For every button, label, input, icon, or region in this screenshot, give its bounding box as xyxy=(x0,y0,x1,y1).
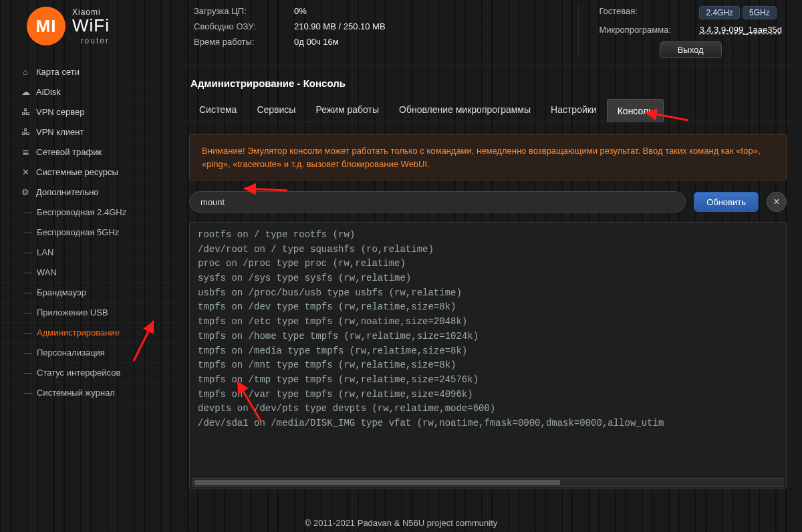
nav-label: AiDisk xyxy=(36,87,61,97)
stat-row: Гостевая:2.4GHz5GHz xyxy=(599,3,782,22)
sidebar-item-5[interactable]: ✕Системные ресурсы xyxy=(0,162,180,182)
sidebar: MI Xiaomi WiFi router ⌂Карта сети☁AiDisk… xyxy=(0,0,180,532)
console-output: rootfs on / type rootfs (rw) /dev/root o… xyxy=(189,222,787,489)
command-input[interactable] xyxy=(189,191,686,213)
tab-режим-работы[interactable]: Режим работы xyxy=(305,98,389,122)
brand-bot: router xyxy=(72,36,110,45)
nav-icon: ✕ xyxy=(20,167,31,177)
sidebar-sub-2[interactable]: LAN xyxy=(0,243,180,263)
tab-консоль[interactable]: Консоль xyxy=(607,99,664,122)
status-bar: Загрузка ЦП:0%Свободно ОЗУ:210.90 MB / 2… xyxy=(184,0,792,65)
sidebar-sub-6[interactable]: Администрирование xyxy=(0,323,180,343)
nav-label: Системные ресурсы xyxy=(36,167,118,177)
stat-label: Свободно ОЗУ: xyxy=(194,21,294,31)
stat-row: Загрузка ЦП:0% xyxy=(194,3,386,19)
tabs: СистемаСервисыРежим работыОбновление мик… xyxy=(184,98,792,122)
nav-icon: ⚙ xyxy=(20,187,31,197)
stat-value: 210.90 MB / 250.10 MB xyxy=(294,21,386,31)
brand-logo: MI Xiaomi WiFi router xyxy=(0,0,180,59)
nav-label: VPN клиент xyxy=(36,127,84,137)
sidebar-item-6[interactable]: ⚙Дополнительно xyxy=(0,182,180,203)
sidebar-sub-4[interactable]: Брандмауэр xyxy=(0,283,180,303)
sidebar-sub-5[interactable]: Приложение USB xyxy=(0,303,180,323)
stat-value: 3.4.3.9-099_1aae35d xyxy=(699,25,782,35)
console-scrollbar[interactable] xyxy=(192,478,783,487)
sidebar-item-2[interactable]: 🖧VPN сервер xyxy=(0,102,180,122)
sidebar-sub-8[interactable]: Статус интерфейсов xyxy=(0,363,180,383)
page-title: Администрирование - Консоль xyxy=(184,65,792,98)
stat-label: Микропрограмма: xyxy=(599,25,699,35)
tab-сервисы[interactable]: Сервисы xyxy=(247,98,305,122)
logout-button[interactable]: Выход xyxy=(660,41,722,58)
nav-icon: 🖧 xyxy=(20,107,31,117)
sidebar-item-0[interactable]: ⌂Карта сети xyxy=(0,62,180,82)
band-pill[interactable]: 2.4GHz xyxy=(699,6,740,19)
nav-label: Сетевой трафик xyxy=(36,147,102,157)
stat-row: Микропрограмма:3.4.3.9-099_1aae35d xyxy=(599,22,782,37)
nav-icon: ≣ xyxy=(20,147,31,157)
nav-icon: ⌂ xyxy=(20,67,31,77)
stat-value: 0% xyxy=(294,6,307,16)
command-row: Обновить × xyxy=(189,191,787,213)
sidebar-sub-1[interactable]: Беспроводная 5GHz xyxy=(0,223,180,243)
main-area: Загрузка ЦП:0%Свободно ОЗУ:210.90 MB / 2… xyxy=(184,0,792,532)
console-warning: Внимание! Эмулятор консоли может работат… xyxy=(189,134,787,180)
band-pill[interactable]: 5GHz xyxy=(743,6,777,19)
stat-value: 0д 00ч 16м xyxy=(294,37,339,47)
stat-label: Загрузка ЦП: xyxy=(194,6,294,16)
clear-button[interactable]: × xyxy=(767,192,787,212)
sidebar-item-3[interactable]: 🖧VPN клиент xyxy=(0,122,180,142)
footer: © 2011-2021 Padavan & N56U project commu… xyxy=(0,518,802,528)
nav-label: Дополнительно xyxy=(36,187,99,197)
brand-mid: WiFi xyxy=(72,15,110,36)
refresh-button[interactable]: Обновить xyxy=(694,192,759,212)
nav-label: Карта сети xyxy=(36,67,80,77)
nav-icon: 🖧 xyxy=(20,127,31,137)
firmware-link[interactable]: 3.4.3.9-099_1aae35d xyxy=(699,25,782,35)
sidebar-item-4[interactable]: ≣Сетевой трафик xyxy=(0,142,180,162)
tab-обновление-микропрограммы[interactable]: Обновление микропрограммы xyxy=(389,98,541,122)
stat-value: 2.4GHz5GHz xyxy=(699,6,779,19)
sidebar-sub-7[interactable]: Персонализация xyxy=(0,343,180,363)
stat-row: Свободно ОЗУ:210.90 MB / 250.10 MB xyxy=(194,19,386,34)
stat-label: Гостевая: xyxy=(599,6,699,19)
sidebar-item-1[interactable]: ☁AiDisk xyxy=(0,82,180,102)
console-text: rootfs on / type rootfs (rw) /dev/root o… xyxy=(190,223,786,478)
nav-label: VPN сервер xyxy=(36,107,85,117)
brand-badge-icon: MI xyxy=(27,7,65,45)
stat-row: Время работы:0д 00ч 16м xyxy=(194,34,386,49)
tab-настройки[interactable]: Настройки xyxy=(541,98,607,122)
sidebar-sub-0[interactable]: Беспроводная 2.4GHz xyxy=(0,203,180,223)
tab-система[interactable]: Система xyxy=(189,98,247,122)
sidebar-sub-9[interactable]: Системный журнал xyxy=(0,383,180,403)
nav-icon: ☁ xyxy=(20,87,31,97)
stat-label: Время работы: xyxy=(194,37,294,47)
sidebar-sub-3[interactable]: WAN xyxy=(0,263,180,283)
